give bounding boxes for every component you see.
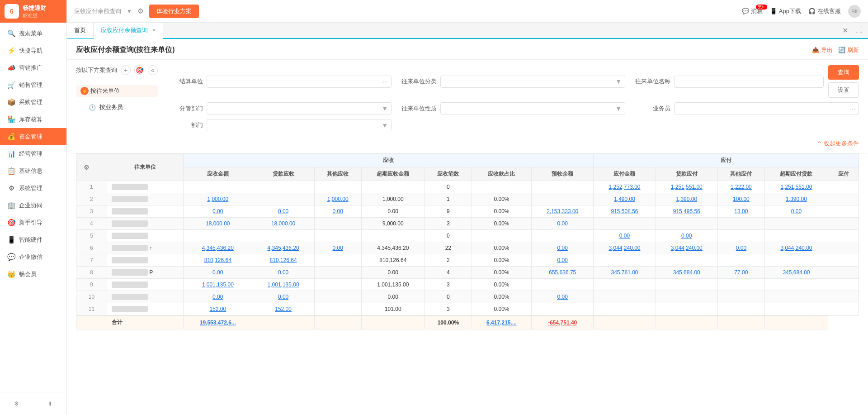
cell-yingfu-jine[interactable]: 1,490.00 bbox=[594, 193, 656, 205]
cell-daikuan-yingshou[interactable]: 1,001,135.00 bbox=[252, 279, 314, 291]
filter-add-btn[interactable]: + bbox=[121, 65, 131, 75]
cell-yingshou-jine[interactable]: 1,000.00 bbox=[184, 193, 252, 205]
sidebar-item-search[interactable]: 🔍 搜索菜单 bbox=[0, 25, 66, 42]
filter-back-btn[interactable]: « bbox=[148, 65, 158, 75]
yewuyuan-input[interactable] bbox=[674, 102, 859, 114]
cell-daikuan-yingfu[interactable]: 3,044,240.00 bbox=[656, 242, 717, 254]
tab-active[interactable]: 应收应付余额查询 × bbox=[94, 23, 163, 39]
message-btn[interactable]: 💬 消息 99+ bbox=[742, 7, 763, 15]
sidebar-item-sales[interactable]: 🛒 销售管理 bbox=[0, 76, 66, 94]
cell-qita-yingshou[interactable]: 1,000.00 bbox=[314, 193, 361, 205]
cell-daikuan-yingshou[interactable]: 18,000.00 bbox=[252, 218, 314, 230]
cell-yingshou-jine[interactable]: 0.00 bbox=[184, 291, 252, 303]
cell-yingshou-jine[interactable]: 18,000.00 bbox=[184, 218, 252, 230]
cell-chaoqi-yingfu[interactable]: 0.00 bbox=[764, 205, 828, 218]
cell-yingshou-jine[interactable]: 152.00 bbox=[184, 303, 252, 316]
tab-close-icon[interactable]: × bbox=[152, 27, 156, 33]
sidebar-item-member[interactable]: 👑 畅会员 bbox=[0, 266, 66, 283]
filter-target-btn[interactable]: 🎯 bbox=[134, 65, 144, 75]
cell-yushou-yue[interactable]: 0.00 bbox=[532, 291, 594, 303]
cell-yingshou-jine[interactable]: 0.00 bbox=[184, 267, 252, 279]
cell-yingshou-jine[interactable]: 1,001,135.00 bbox=[184, 279, 252, 291]
cell-yingshou-jine[interactable]: 0.00 bbox=[184, 205, 252, 218]
cell-yingshou-jine[interactable]: 4,345,436.20 bbox=[184, 242, 252, 254]
sidebar-item-management[interactable]: 📊 经营管理 bbox=[0, 145, 66, 162]
marketing-nav-icon: 📣 bbox=[7, 64, 15, 72]
sidebar-item-quick-nav[interactable]: ⚡ 快捷导航 bbox=[0, 42, 66, 59]
filter-option1[interactable]: ⚡ 按往来单位 bbox=[76, 85, 158, 97]
online-service-btn[interactable]: 🎧 在线客服 bbox=[808, 7, 841, 15]
cell-chaoqi-yingfu[interactable]: 345,684.00 bbox=[764, 267, 828, 279]
footer-yingfu-jine[interactable]: -654,751.40 bbox=[532, 315, 594, 329]
cell-yushou-yue[interactable]: 0.00 bbox=[532, 218, 594, 230]
sidebar-item-marketing[interactable]: 📣 营销推广 bbox=[0, 59, 66, 76]
sidebar-settings-btn[interactable]: ⚙ bbox=[0, 397, 33, 410]
cell-daikuan-yingshou[interactable]: 0.00 bbox=[252, 205, 314, 218]
cell-daikuan-yingfu[interactable]: 0.00 bbox=[656, 230, 717, 242]
tab-home[interactable]: 首页 bbox=[67, 23, 94, 38]
cell-qita-yingfu[interactable]: 0.00 bbox=[717, 242, 764, 254]
cell-daikuan-yingshou[interactable]: 810,126.64 bbox=[252, 254, 314, 267]
cell-daikuan-yingshou[interactable]: 152.00 bbox=[252, 303, 314, 316]
export-button[interactable]: 📤 导出 bbox=[812, 46, 833, 54]
sidebar-item-wechat[interactable]: 💬 企业微信 bbox=[0, 248, 66, 266]
cell-daikuan-yingfu[interactable]: 1,390.00 bbox=[656, 193, 717, 205]
sidebar-item-basic-info[interactable]: 📋 基础信息 bbox=[0, 162, 66, 180]
cell-yingfu-jine[interactable]: 3,044,240.00 bbox=[594, 242, 656, 254]
wanglai-mingcheng-input[interactable] bbox=[674, 76, 824, 88]
cell-daikuan-yingshou[interactable]: 0.00 bbox=[252, 291, 314, 303]
footer-yingshou-jine[interactable]: 19,553,472,6... bbox=[184, 315, 252, 329]
cell-chaoqi-yingfu[interactable]: 1,251,551.00 bbox=[764, 181, 828, 193]
cell-yingshou-jine[interactable]: 810,126.64 bbox=[184, 254, 252, 267]
cell-daikuan-yingfu[interactable]: 345,684.00 bbox=[656, 267, 717, 279]
wanglai-fenlei-input[interactable] bbox=[440, 76, 625, 88]
sidebar-collapse-btn[interactable]: ⏸ bbox=[33, 397, 67, 410]
sidebar-item-system[interactable]: ⚙ 系统管理 bbox=[0, 180, 66, 197]
filter-option2[interactable]: 🕐 按业务员 bbox=[76, 101, 158, 113]
sidebar-item-hardware[interactable]: 📱 智能硬件 bbox=[0, 231, 66, 248]
cell-yushou-yue[interactable]: 2,153,333.00 bbox=[532, 205, 594, 218]
cell-qita-yingfu[interactable]: 13.00 bbox=[717, 205, 764, 218]
bumen-input[interactable] bbox=[207, 119, 392, 131]
cell-yushou-yue[interactable]: 0.00 bbox=[532, 254, 594, 267]
wanglai-xingzhi-input[interactable] bbox=[440, 102, 625, 114]
sidebar-item-guide[interactable]: 🎯 新手引导 bbox=[0, 214, 66, 231]
sidebar-item-inventory[interactable]: 🏪 库存核算 bbox=[0, 111, 66, 128]
promo-button[interactable]: 体验行业方案 bbox=[149, 5, 199, 18]
sidebar-item-enterprise[interactable]: 🏢 企业协同 bbox=[0, 197, 66, 214]
cell-qita-yingfu[interactable]: 77.00 bbox=[717, 267, 764, 279]
cell-yushou-yue[interactable]: 655,636.75 bbox=[532, 267, 594, 279]
cell-daikuan-yingfu[interactable]: 1,251,551.00 bbox=[656, 181, 717, 193]
footer-yushou-yue[interactable]: 6,417,215.... bbox=[472, 315, 531, 329]
cell-yingfu-jine[interactable]: 1,252,773.00 bbox=[594, 181, 656, 193]
close-window-icon[interactable]: ✕ bbox=[840, 24, 850, 37]
cell-daikuan-yingshou[interactable]: 4,345,436.20 bbox=[252, 242, 314, 254]
jiesuan-input[interactable] bbox=[207, 76, 392, 88]
app-download-btn[interactable]: 📱 App下载 bbox=[770, 7, 801, 15]
user-avatar[interactable]: Rit bbox=[848, 5, 861, 18]
cell-qita-yingfu[interactable]: 100.00 bbox=[717, 193, 764, 205]
sidebar-item-finance[interactable]: 💰 资金管理 bbox=[0, 128, 66, 145]
cell-chaoqi-yingfu[interactable]: 1,390.00 bbox=[764, 193, 828, 205]
cell-daikuan-yingfu[interactable]: 915,495.56 bbox=[656, 205, 717, 218]
cell-yushou-yue[interactable]: 0.00 bbox=[532, 242, 594, 254]
table-settings-icon[interactable]: ⚙ bbox=[81, 162, 92, 173]
cell-yingfu-last bbox=[828, 193, 859, 205]
topbar-gear-icon[interactable]: ⚙ bbox=[137, 7, 144, 15]
cell-daikuan-yingshou[interactable]: 0.00 bbox=[252, 267, 314, 279]
cell-qita-yingshou[interactable]: 0.00 bbox=[314, 205, 361, 218]
setting-button[interactable]: 设置 bbox=[828, 82, 859, 98]
fenguan-input[interactable] bbox=[207, 102, 392, 114]
refresh-button[interactable]: 🔄 刷新 bbox=[838, 46, 859, 54]
cell-chaoqi-yingfu[interactable]: 3,044,240.00 bbox=[764, 242, 828, 254]
cell-yingfu-jine[interactable]: 915,508.56 bbox=[594, 205, 656, 218]
cell-yingfu-jine[interactable]: 345,761.00 bbox=[594, 267, 656, 279]
sidebar-item-purchase[interactable]: 📦 采购管理 bbox=[0, 94, 66, 111]
maximize-window-icon[interactable]: ⛶ bbox=[854, 24, 864, 36]
topbar-right: 💬 消息 99+ 📱 App下载 🎧 在线客服 Rit bbox=[742, 5, 861, 18]
collapse-button[interactable]: ⌃ 收起更多条件 bbox=[817, 139, 859, 148]
cell-qita-yingfu[interactable]: 1,222.00 bbox=[717, 181, 764, 193]
cell-qita-yingshou[interactable]: 0.00 bbox=[314, 242, 361, 254]
query-button[interactable]: 查询 bbox=[828, 65, 859, 80]
cell-yingfu-jine[interactable]: 0.00 bbox=[594, 230, 656, 242]
